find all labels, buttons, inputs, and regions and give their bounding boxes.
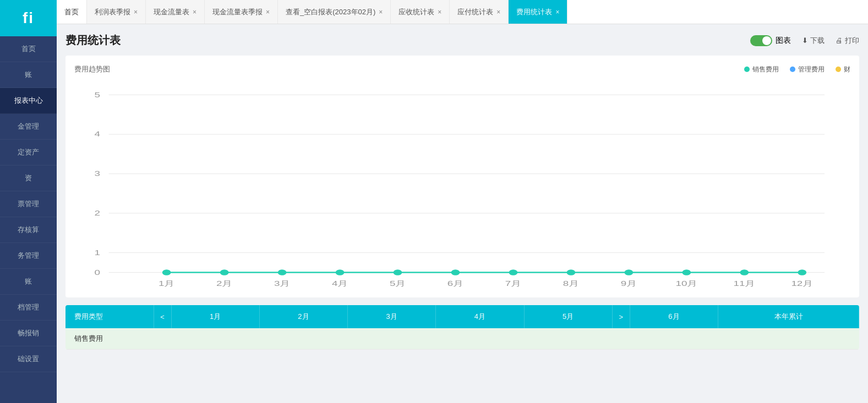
svg-point-12: [162, 269, 171, 275]
sidebar-item-inventory[interactable]: 存核算: [0, 217, 57, 243]
sidebar-item-assets[interactable]: 定资产: [0, 140, 57, 165]
legend-label-finance: 财: [844, 65, 850, 74]
svg-text:3月: 3月: [274, 279, 290, 287]
tab-blank[interactable]: 查看_空白报表(2023年02月) ×: [278, 0, 391, 24]
svg-text:4月: 4月: [332, 279, 348, 287]
chart-title: 费用趋势图: [74, 64, 110, 74]
tab-home[interactable]: 首页: [57, 0, 87, 24]
cell-jan: [171, 328, 259, 350]
legend-dot-finance: [836, 67, 841, 72]
svg-text:7月: 7月: [505, 279, 521, 287]
svg-text:4: 4: [95, 130, 101, 138]
tab-close-payable[interactable]: ×: [496, 8, 500, 16]
svg-point-16: [394, 269, 402, 275]
svg-text:6月: 6月: [447, 279, 463, 287]
cell-nav-empty: [154, 328, 171, 350]
tab-close-expense-stat[interactable]: ×: [555, 8, 559, 16]
sidebar-item-ledger[interactable]: 账: [0, 269, 57, 295]
chart-header: 费用趋势图 销售费用 管理费用 财: [74, 64, 850, 74]
sidebar-item-capital[interactable]: 资: [0, 165, 57, 191]
sidebar-logo: fi: [0, 0, 57, 36]
svg-point-23: [798, 269, 806, 275]
legend-label-sales: 销售费用: [752, 65, 779, 74]
col-feb: 2月: [259, 305, 347, 328]
svg-point-20: [625, 269, 634, 275]
svg-text:11月: 11月: [733, 279, 755, 287]
sidebar-item-finance[interactable]: 金管理: [0, 114, 57, 140]
page-header: 费用统计表 图表 ⬇ 下载 🖨 打印: [65, 33, 859, 48]
legend-dot-admin: [790, 67, 795, 72]
col-ytd: 本年累计: [718, 305, 859, 328]
sidebar-item-invoice[interactable]: 票管理: [0, 191, 57, 217]
col-apr: 4月: [436, 305, 524, 328]
cell-feb: [259, 328, 347, 350]
tab-close-cashflow-q[interactable]: ×: [266, 8, 270, 16]
chart-card: 费用趋势图 销售费用 管理费用 财: [65, 56, 859, 297]
chart-legend: 销售费用 管理费用 财: [744, 65, 850, 74]
print-label: 打印: [845, 36, 859, 46]
tab-cashflow[interactable]: 现金流量表 ×: [146, 0, 205, 24]
col-mar: 3月: [348, 305, 436, 328]
chart-toggle[interactable]: [750, 35, 772, 46]
chart-svg-wrap: 5 4 3 2 1 0: [74, 80, 850, 289]
tab-cashflow-q[interactable]: 现金流量表季报 ×: [205, 0, 278, 24]
svg-text:5月: 5月: [390, 279, 406, 287]
table-row: 销售费用: [65, 328, 859, 350]
header-actions: 图表 ⬇ 下载 🖨 打印: [750, 35, 859, 46]
col-type: 费用类型: [65, 305, 154, 328]
cell-may: [524, 328, 612, 350]
print-button[interactable]: 🖨 打印: [836, 36, 859, 46]
svg-text:9月: 9月: [621, 279, 637, 287]
svg-point-18: [509, 269, 518, 275]
sidebar-item-expense[interactable]: 畅报销: [0, 321, 57, 346]
tab-close-blank[interactable]: ×: [379, 8, 383, 16]
tab-bar: 首页 利润表季报 × 现金流量表 × 现金流量表季报 × 查看_空白报表(202…: [57, 0, 868, 24]
chart-toggle-wrap: 图表: [750, 35, 791, 46]
col-jan: 1月: [171, 305, 259, 328]
download-button[interactable]: ⬇ 下载: [802, 36, 825, 46]
main-area: 首页 利润表季报 × 现金流量表 × 现金流量表季报 × 查看_空白报表(202…: [57, 0, 868, 403]
tab-close-profit[interactable]: ×: [134, 8, 138, 16]
chart-toggle-label: 图表: [776, 36, 791, 46]
svg-point-22: [740, 269, 749, 275]
legend-sales: 销售费用: [744, 65, 779, 74]
tab-close-cashflow[interactable]: ×: [193, 8, 196, 16]
cell-ytd: [718, 328, 859, 350]
svg-text:0: 0: [95, 268, 101, 276]
col-nav-prev[interactable]: <: [154, 305, 171, 328]
col-nav-next[interactable]: >: [612, 305, 630, 328]
sidebar-item-home[interactable]: 首页: [0, 36, 57, 62]
sidebar-item-settings[interactable]: 础设置: [0, 346, 57, 372]
line-chart: 5 4 3 2 1 0: [74, 80, 850, 289]
tab-expense-stat[interactable]: 费用统计表 ×: [509, 0, 567, 24]
legend-finance: 财: [836, 65, 850, 74]
svg-point-19: [567, 269, 576, 275]
svg-text:12月: 12月: [791, 279, 813, 287]
download-label: 下载: [810, 36, 825, 46]
sidebar-item-service[interactable]: 务管理: [0, 243, 57, 269]
tab-close-receivable[interactable]: ×: [438, 8, 441, 16]
svg-text:2: 2: [95, 209, 101, 217]
cell-type: 销售费用: [65, 328, 154, 350]
svg-text:8月: 8月: [563, 279, 579, 287]
tab-receivable[interactable]: 应收统计表 ×: [391, 0, 450, 24]
svg-text:5: 5: [95, 91, 101, 98]
page-title: 费用统计表: [65, 33, 121, 48]
expense-table: 费用类型 < 1月 2月 3月 4月 5月 > 6月 本年累计 销售费用: [65, 305, 859, 350]
legend-label-admin: 管理费用: [798, 65, 825, 74]
download-icon: ⬇: [802, 36, 808, 45]
svg-text:1月: 1月: [159, 279, 174, 287]
sidebar-item-account[interactable]: 账: [0, 62, 57, 88]
tab-profit[interactable]: 利润表季报 ×: [87, 0, 146, 24]
svg-point-13: [220, 269, 229, 275]
sidebar-item-archive[interactable]: 档管理: [0, 295, 57, 321]
tab-payable[interactable]: 应付统计表 ×: [450, 0, 509, 24]
svg-text:1: 1: [95, 249, 101, 256]
cell-mar: [348, 328, 436, 350]
sidebar-item-report[interactable]: 报表中心: [0, 88, 57, 114]
svg-point-17: [451, 269, 460, 275]
data-table-wrap: 费用类型 < 1月 2月 3月 4月 5月 > 6月 本年累计 销售费用: [65, 305, 859, 350]
svg-text:10月: 10月: [675, 279, 697, 287]
content-area: 费用统计表 图表 ⬇ 下载 🖨 打印 费用趋势图: [57, 24, 868, 403]
legend-dot-sales: [744, 67, 750, 72]
